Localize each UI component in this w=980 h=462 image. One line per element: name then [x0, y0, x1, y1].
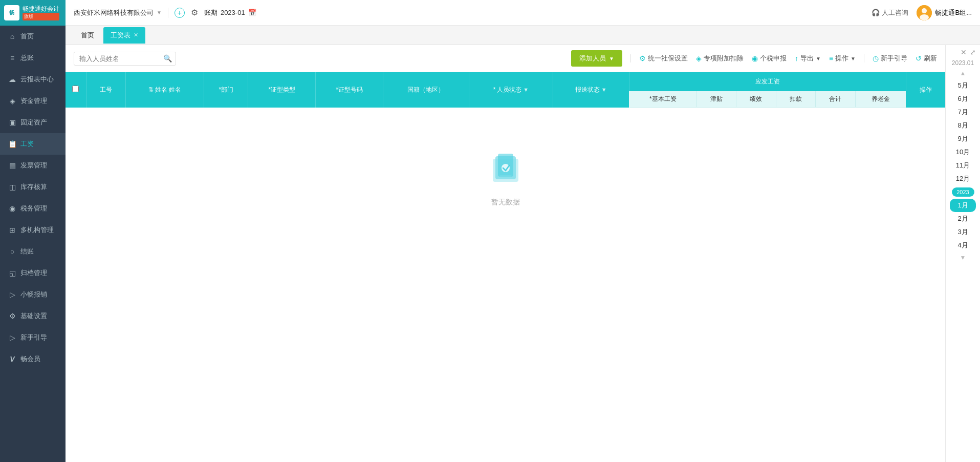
- home-icon: ⌂: [8, 32, 16, 40]
- tab-salary[interactable]: 工资表 ✕: [103, 27, 145, 44]
- svg-rect-7: [499, 175, 512, 177]
- salary-toolbar: 🔍 添加人员 ▼ ⚙ 统一社保设置 ◈ 专项附加扣除: [66, 45, 945, 72]
- refresh-button[interactable]: ↺ 刷新: [916, 54, 937, 63]
- sidebar-item-label: 固定资产: [20, 118, 47, 127]
- company-dropdown-arrow: ▼: [157, 10, 162, 15]
- th-id-type: *证型类型: [248, 72, 316, 108]
- ledger-icon: ≡: [8, 54, 16, 62]
- th-operate: 操作: [906, 72, 945, 108]
- company-selector[interactable]: 西安虾米网络科技有限公司 ▼: [74, 8, 162, 17]
- empty-state-cell: 暂无数据: [66, 108, 945, 248]
- tab-home[interactable]: 首页: [74, 27, 101, 44]
- month-10[interactable]: 10月: [946, 145, 980, 159]
- th-total: 合计: [816, 91, 856, 108]
- tab-close-icon[interactable]: ✕: [134, 32, 138, 38]
- help-button[interactable]: 🎧 人工咨询: [872, 8, 908, 17]
- sidebar-item-member[interactable]: V 畅会员: [0, 348, 66, 370]
- sidebar-item-inventory[interactable]: ◫ 库存核算: [0, 176, 66, 198]
- sidebar-item-label: 工资: [20, 139, 34, 149]
- sidebar-item-archive[interactable]: ◱ 归档管理: [0, 262, 66, 284]
- period-title: 2023.01: [946, 56, 980, 68]
- logo-icon: 畅: [4, 5, 19, 20]
- sidebar-item-tax[interactable]: ◉ 税务管理: [0, 198, 66, 219]
- month-9[interactable]: 9月: [946, 132, 980, 145]
- export-arrow-icon: ▼: [816, 56, 821, 61]
- month-2[interactable]: 2月: [946, 212, 980, 225]
- add-person-button[interactable]: 添加人员 ▼: [571, 50, 622, 67]
- th-allowance: 津贴: [696, 91, 736, 108]
- scroll-up-button[interactable]: ▲: [946, 68, 980, 79]
- special-deduct-label: 专项附加扣除: [704, 54, 744, 63]
- sidebar-item-ledger[interactable]: ≡ 总账: [0, 47, 66, 69]
- sidebar-item-label: 库存核算: [20, 182, 47, 192]
- search-input[interactable]: [74, 52, 176, 66]
- month-12[interactable]: 12月: [946, 172, 980, 185]
- month-4[interactable]: 4月: [946, 239, 980, 252]
- month-11[interactable]: 11月: [946, 159, 980, 172]
- operate-button[interactable]: ≡ 操作 ▼: [829, 54, 856, 63]
- tabbar: 首页 工资表 ✕: [66, 26, 980, 45]
- close-period-icon: ○: [8, 247, 16, 256]
- sidebar-item-multi[interactable]: ⊞ 多机构管理: [0, 219, 66, 241]
- guide-icon: ◷: [873, 54, 879, 62]
- content-area: 🔍 添加人员 ▼ ⚙ 统一社保设置 ◈ 专项附加扣除: [66, 45, 980, 462]
- sidebar-item-label: 总账: [20, 53, 34, 62]
- right-panel: ✕ ⤢ 2023.01 ▲ 5月 6月 7月 8月 9月 10月 11月 12月…: [945, 45, 980, 462]
- fund-icon: ◈: [8, 97, 16, 105]
- sidebar-item-label: 发票管理: [20, 161, 47, 170]
- tax-declare-label: 个税申报: [760, 54, 787, 63]
- expense-icon: ▷: [8, 290, 16, 299]
- th-deduction: 扣款: [776, 91, 816, 108]
- report-status-filter-icon[interactable]: ▼: [601, 87, 607, 93]
- month-8[interactable]: 8月: [946, 119, 980, 132]
- tax-declare-button[interactable]: ◉ 个税申报: [752, 54, 787, 63]
- sidebar-item-label: 首页: [20, 32, 34, 41]
- salary-table: 工号 ⇅ 姓名 姓名 *部门: [66, 72, 945, 248]
- th-base-salary: *基本工资: [629, 91, 696, 108]
- person-status-filter-icon[interactable]: ▼: [523, 87, 529, 93]
- headset-icon: 🎧: [872, 9, 880, 16]
- add-company-button[interactable]: +: [175, 8, 185, 18]
- sidebar-item-close[interactable]: ○ 结账: [0, 241, 66, 262]
- sidebar-item-fund[interactable]: ◈ 资金管理: [0, 90, 66, 112]
- month-1-active[interactable]: 1月: [950, 199, 976, 212]
- main-area: 西安虾米网络科技有限公司 ▼ + ⚙ 账期 2023-01 📅 🎧 人工咨询: [66, 0, 980, 462]
- user-name: 畅捷通B组...: [935, 8, 972, 17]
- export-button[interactable]: ↑ 导出 ▼: [795, 54, 821, 63]
- svg-point-2: [920, 14, 929, 20]
- panel-close-button[interactable]: ✕: [961, 48, 967, 56]
- search-wrapper: 🔍: [74, 52, 176, 66]
- calendar-icon[interactable]: 📅: [248, 9, 256, 16]
- period-display: 账期 2023-01 📅: [204, 8, 256, 17]
- topbar-right: 🎧 人工咨询 畅捷通B组...: [872, 5, 972, 20]
- panel-maximize-button[interactable]: ⤢: [970, 48, 976, 56]
- add-person-arrow-icon: ▼: [609, 56, 614, 61]
- month-7[interactable]: 7月: [946, 106, 980, 119]
- search-icon: 🔍: [163, 54, 172, 62]
- month-3[interactable]: 3月: [946, 225, 980, 239]
- sidebar-item-invoice[interactable]: ▤ 发票管理: [0, 155, 66, 176]
- month-5[interactable]: 5月: [946, 79, 980, 92]
- scroll-down-button[interactable]: ▼: [946, 252, 980, 263]
- special-deduct-button[interactable]: ◈ 专项附加扣除: [696, 54, 744, 63]
- checkbox-header[interactable]: [66, 72, 86, 108]
- sidebar-item-expense[interactable]: ▷ 小畅报销: [0, 284, 66, 305]
- social-security-button[interactable]: ⚙ 统一社保设置: [639, 54, 688, 63]
- period-value: 2023-01: [221, 9, 245, 16]
- th-name-sort-icon: ⇅: [148, 86, 154, 93]
- sidebar-item-report[interactable]: ☁ 云报表中心: [0, 69, 66, 90]
- sidebar-item-home[interactable]: ⌂ 首页: [0, 26, 66, 47]
- social-security-icon: ⚙: [639, 54, 646, 62]
- sidebar-item-salary[interactable]: 📋 工资: [0, 133, 66, 155]
- select-all-checkbox[interactable]: [72, 86, 79, 92]
- help-label: 人工咨询: [882, 8, 908, 17]
- sidebar-item-guide[interactable]: ▷ 新手引导: [0, 327, 66, 348]
- edition-badge: 旗版: [23, 13, 59, 20]
- table-main-header-row: 工号 ⇅ 姓名 姓名 *部门: [66, 72, 945, 91]
- month-6[interactable]: 6月: [946, 92, 980, 106]
- settings-button[interactable]: ⚙: [191, 8, 198, 17]
- guide-button[interactable]: ◷ 新手引导: [873, 54, 907, 63]
- sidebar-item-assets[interactable]: ▣ 固定资产: [0, 112, 66, 133]
- sidebar-item-settings[interactable]: ⚙ 基础设置: [0, 305, 66, 327]
- user-menu[interactable]: 畅捷通B组...: [917, 5, 972, 20]
